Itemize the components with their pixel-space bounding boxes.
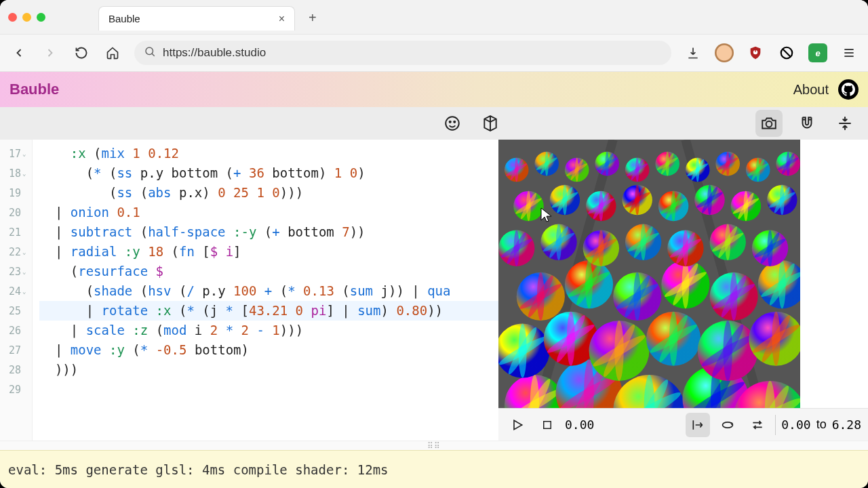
extension-noscript-icon[interactable] <box>777 43 796 62</box>
editor-code[interactable]: :x (mix 1 0.12 (* (ss p.y bottom (+ 36 b… <box>33 140 498 441</box>
play-button[interactable] <box>505 413 530 437</box>
code-line[interactable]: | rotate :x (* (j * [43.21 0 pi] | sum) … <box>39 301 498 321</box>
app-header: Bauble About <box>0 72 868 107</box>
code-line[interactable]: | onion 0.1 <box>39 203 498 222</box>
range-end[interactable]: 6.28 <box>832 418 861 432</box>
pingpong-button[interactable] <box>745 413 770 437</box>
svg-point-4 <box>446 117 459 130</box>
line-number: 19 <box>0 183 32 203</box>
range-sep: to <box>816 418 827 432</box>
line-number: 23⌄ <box>0 262 32 281</box>
url-bar[interactable]: https://bauble.studio <box>134 41 671 65</box>
svg-point-5 <box>449 121 450 123</box>
line-number: 28 <box>0 360 32 380</box>
reload-button[interactable] <box>72 43 91 62</box>
extension-ublock-icon[interactable] <box>746 43 765 62</box>
forward-button[interactable] <box>41 43 60 62</box>
code-line[interactable]: | radial :y 18 (fn [$ i] <box>39 242 498 262</box>
range-start[interactable]: 0.00 <box>781 418 810 432</box>
code-line[interactable]: (ss (abs p.x) 0 25 1 0))) <box>39 183 498 203</box>
line-number: 29 <box>0 380 32 399</box>
loop-once-button[interactable] <box>686 413 710 437</box>
code-line[interactable] <box>39 380 498 399</box>
window-titlebar: Bauble × + <box>0 0 868 34</box>
code-line[interactable]: (* (ss p.y bottom (+ 36 bottom) 1 0) <box>39 163 498 183</box>
status-text: eval: 5ms generate glsl: 4ms compile sha… <box>8 462 389 477</box>
code-line[interactable]: | scale :z (mod i 2 * 2 - 1))) <box>39 321 498 340</box>
svg-point-7 <box>766 121 772 127</box>
playbar: 0.00 0.00 to 6.28 <box>498 408 868 441</box>
downloads-button[interactable] <box>684 43 703 62</box>
line-number: 21 <box>0 222 32 242</box>
new-tab-button[interactable]: + <box>309 10 317 26</box>
tab-close-icon[interactable]: × <box>279 13 285 25</box>
app-brand[interactable]: Bauble <box>9 81 59 98</box>
code-line[interactable]: (resurface $ <box>39 262 498 281</box>
status-bar: eval: 5ms generate glsl: 4ms compile sha… <box>0 450 868 488</box>
code-line[interactable]: (shade (hsv (/ p.y 100 + (* 0.13 (sum j)… <box>39 281 498 301</box>
window-zoom[interactable] <box>37 13 45 22</box>
line-number: 27 <box>0 340 32 360</box>
code-line[interactable]: | subtract (half-space :-y (+ bottom 7)) <box>39 222 498 242</box>
extension-tampermonkey-icon[interactable] <box>715 43 734 62</box>
horizontal-splitter[interactable]: ⠿⠿ <box>0 441 868 450</box>
code-line[interactable]: :x (mix 1 0.12 <box>39 144 498 163</box>
browser-menu-button[interactable] <box>840 43 859 62</box>
line-number: 20 <box>0 203 32 222</box>
line-number: 18⌄ <box>0 163 32 183</box>
code-line[interactable]: | move :y (* -0.5 bottom) <box>39 340 498 360</box>
camera-button[interactable] <box>755 110 783 137</box>
url-text: https://bauble.studio <box>163 46 266 60</box>
line-number: 24⌄ <box>0 281 32 301</box>
browser-tab[interactable]: Bauble × <box>98 6 295 30</box>
svg-rect-2 <box>755 50 755 52</box>
smiley-button[interactable] <box>439 110 466 137</box>
github-link[interactable] <box>838 79 859 100</box>
cube-button[interactable] <box>477 110 504 137</box>
back-button[interactable] <box>9 43 28 62</box>
svg-point-0 <box>146 47 153 55</box>
about-link[interactable]: About <box>793 82 829 98</box>
line-number: 25 <box>0 301 32 321</box>
app-toolbar <box>0 107 868 140</box>
extension-privacy-icon[interactable]: e <box>808 43 827 62</box>
main-area: 17⌄18⌄19202122⌄23⌄24⌄2526272829 :x (mix … <box>0 140 868 441</box>
window-close[interactable] <box>8 13 17 22</box>
line-number: 26 <box>0 321 32 340</box>
search-icon <box>144 45 156 61</box>
line-number: 22⌄ <box>0 242 32 262</box>
svg-rect-177 <box>544 421 551 428</box>
loop-button[interactable] <box>715 413 740 437</box>
magnet-button[interactable] <box>793 110 821 137</box>
render-viewport[interactable] <box>498 140 800 408</box>
line-number: 17⌄ <box>0 144 32 163</box>
browser-toolbar: https://bauble.studio e <box>0 34 868 72</box>
code-editor[interactable]: 17⌄18⌄19202122⌄23⌄24⌄2526272829 :x (mix … <box>0 140 498 441</box>
time-display: 0.00 <box>565 418 606 432</box>
window-minimize[interactable] <box>22 13 31 22</box>
svg-point-6 <box>454 121 455 123</box>
preview-panel: 0.00 0.00 to 6.28 <box>498 140 868 441</box>
code-line[interactable]: ))) <box>39 360 498 380</box>
home-button[interactable] <box>103 43 122 62</box>
compress-button[interactable] <box>831 110 859 137</box>
tab-title: Bauble <box>108 13 140 24</box>
stop-button[interactable] <box>535 413 559 437</box>
editor-gutter: 17⌄18⌄19202122⌄23⌄24⌄2526272829 <box>0 140 33 441</box>
